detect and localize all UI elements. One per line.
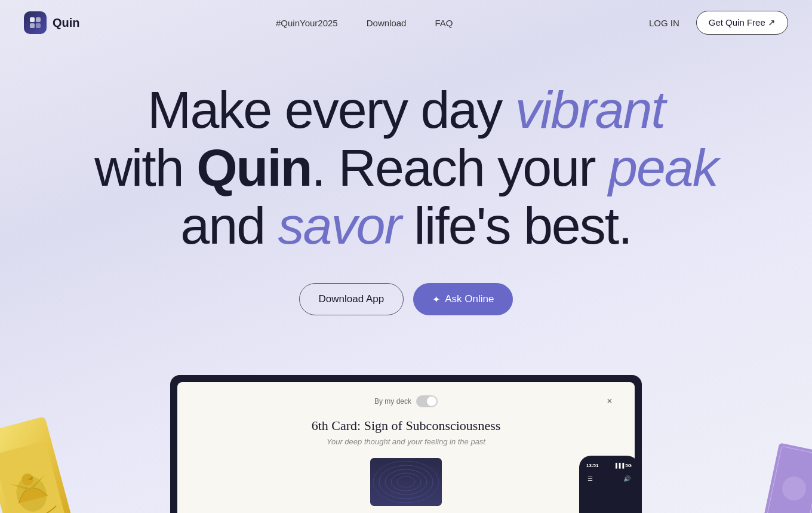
hero-vibrant: vibrant [515,80,665,139]
nav-item-quinyour2025[interactable]: #QuinYour2025 [276,18,338,28]
logo-link[interactable]: Quin [24,11,80,34]
svg-point-11 [397,477,415,487]
svg-rect-0 [30,17,35,22]
tablet-inner: By my deck × 6th Card: Sign of Subconsci… [177,382,635,513]
tablet-header: By my deck × [195,394,617,408]
get-quin-free-button[interactable]: Get Quin Free ↗ [696,11,788,35]
hero-section: Make every day vibrant with Quin. Reach … [0,45,812,351]
tablet-toggle-area: By my deck [374,395,438,407]
close-button[interactable]: × [602,394,617,408]
phone-volume-icon: 🔊 [623,475,630,482]
toggle-label: By my deck [374,397,411,406]
download-app-button[interactable]: Download App [299,283,404,315]
nav-item-download[interactable]: Download [367,18,407,28]
device-preview: By my deck × 6th Card: Sign of Subconsci… [0,375,812,513]
phone-inner: ☰ 🔊 [583,471,635,513]
card-display [195,458,617,506]
tarot-card-left [0,416,72,513]
hero-quin-brand: Quin [196,138,311,197]
card-subtitle: Your deep thought and your feeling in th… [195,437,617,446]
nav-item-faq[interactable]: FAQ [435,18,453,28]
card-title: 6th Card: Sign of Subconsciousness [195,418,617,434]
svg-point-8 [379,465,433,499]
phone-signal: ▐▐▐ 5G [614,463,632,468]
hero-title: Make every day vibrant with Quin. Reach … [94,81,718,254]
phone-status-bar: 13:51 ▐▐▐ 5G [583,460,635,471]
svg-point-7 [373,461,439,503]
nav-links: #QuinYour2025 Download FAQ [276,18,453,28]
tablet-frame: By my deck × 6th Card: Sign of Subconsci… [170,375,642,513]
logo-icon [24,11,47,34]
nav-cta: LOG IN Get Quin Free ↗ [649,11,788,35]
hero-line3: and savor life's best. [180,196,631,255]
sparkle-icon: ✦ [432,294,440,305]
ask-online-button[interactable]: ✦ Ask Online [413,283,513,315]
hero-savor: savor [278,196,414,255]
svg-rect-2 [30,23,35,28]
navbar: Quin #QuinYour2025 Download FAQ LOG IN G… [0,0,812,45]
hero-line1: Make every day vibrant [147,80,665,139]
ask-online-label: Ask Online [445,293,494,305]
hero-line2: with Quin. Reach your peak [94,138,718,197]
phone-menu-icon: ☰ [588,475,593,482]
login-link[interactable]: LOG IN [649,18,679,28]
svg-point-10 [391,473,421,491]
toggle-switch[interactable] [416,395,438,407]
phone-controls: ☰ 🔊 [583,471,635,487]
svg-rect-1 [36,17,41,22]
svg-rect-3 [36,23,41,28]
hero-buttons: Download App ✦ Ask Online [299,283,513,315]
hero-peak: peak [608,138,718,197]
tarot-card-right [762,443,812,513]
phone-frame: 13:51 ▐▐▐ 5G ☰ 🔊 [579,456,639,513]
phone-time: 13:51 [586,463,598,468]
logo-text: Quin [53,16,80,30]
